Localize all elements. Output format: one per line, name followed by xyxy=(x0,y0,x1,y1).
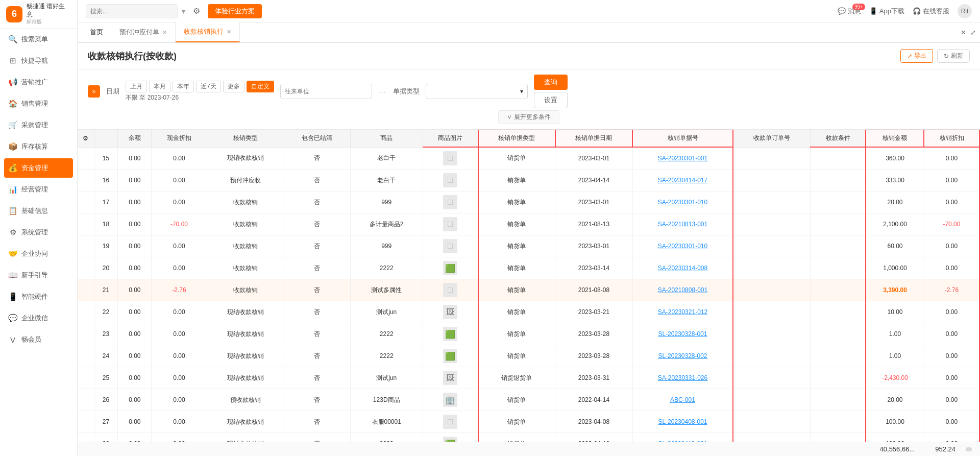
page-content: 收款核销执行(按收款) ↗ 导出 ↻ 刷新 » 日期 上月 xyxy=(78,43,980,456)
industry-solution-button[interactable]: 体验行业方案 xyxy=(208,4,262,18)
tab-receivable[interactable]: 收款核销执行 ✕ xyxy=(176,22,240,42)
td-include-settled: 否 xyxy=(284,345,350,367)
td-cancel-discount: 0.00 xyxy=(924,345,979,367)
doc-type-select[interactable]: ▾ xyxy=(426,84,528,99)
table-row: 27 0.00 0.00 现结收款核销 否 衣服00001 □ 销货单 2023… xyxy=(78,411,979,433)
total-amount: 40,556,66... xyxy=(880,445,915,453)
sidebar-item-wechat[interactable]: 💬 企业微信 xyxy=(0,307,77,329)
td-seq: 20 xyxy=(94,257,118,279)
user-avatar[interactable]: Rit xyxy=(958,4,972,18)
date-custom[interactable]: 自定义 xyxy=(247,81,274,92)
td-cancel-amount: 1.00 xyxy=(866,345,924,367)
td-gear xyxy=(78,323,94,345)
sidebar-item-search[interactable]: 🔍 搜索菜单 xyxy=(0,29,77,50)
table-row: 26 0.00 0.00 预收款核销 否 123D商品 🏢 销货单 2022-0… xyxy=(78,389,979,411)
search-input[interactable] xyxy=(86,4,178,18)
td-cash-discount: 0.00 xyxy=(152,257,207,279)
td-receipt-condition xyxy=(811,433,866,442)
sidebar-item-quick-nav[interactable]: ⊞ 快捷导航 xyxy=(0,50,77,71)
message-button[interactable]: 💬 消息 99+ xyxy=(838,7,861,16)
date-last-month[interactable]: 上月 xyxy=(126,81,147,92)
cancel-no-link[interactable]: SA-20230301-010 xyxy=(658,243,707,250)
cancel-no-link[interactable]: SA-20230321-012 xyxy=(658,308,707,316)
cancel-no-link[interactable]: SA-20230301-010 xyxy=(658,199,707,206)
sidebar-item-inventory[interactable]: 📦 库存核算 xyxy=(0,136,77,157)
h-scrollbar[interactable] xyxy=(966,447,972,451)
app-download-button[interactable]: 📱 App下载 xyxy=(869,7,904,16)
cancel-no-link[interactable]: SA-20210808-001 xyxy=(658,286,707,294)
td-cancel-date: 2023-03-28 xyxy=(555,345,632,367)
td-cancel-type: 现结收款核销 xyxy=(207,367,284,389)
sidebar-label-purchase: 采购管理 xyxy=(21,121,48,130)
td-cancel-no: SA-20230314-008 xyxy=(632,257,733,279)
cancel-no-link[interactable]: SA-20230301-001 xyxy=(658,155,707,162)
td-cancel-amount: 100.00 xyxy=(866,411,924,433)
sidebar-item-sales[interactable]: 🏠 销售管理 xyxy=(0,93,77,114)
cancel-no-link[interactable]: SL-20230328-001 xyxy=(658,330,707,338)
partner-dots[interactable]: ··· xyxy=(378,88,387,95)
sidebar-item-smart-hardware[interactable]: 📱 智能硬件 xyxy=(0,286,77,307)
td-product-img: 🟩 xyxy=(423,345,478,367)
partner-input[interactable] xyxy=(280,84,372,99)
tab-prepay-close[interactable]: ✕ xyxy=(162,29,167,36)
td-cancel-discount: 0.00 xyxy=(924,367,979,389)
wechat-icon: 💬 xyxy=(8,314,17,323)
cancel-no-link[interactable]: SA-20210813-001 xyxy=(658,221,707,228)
td-receipt-condition xyxy=(811,301,866,323)
td-product-img: 🖼 xyxy=(423,301,478,323)
tab-home[interactable]: 首页 xyxy=(82,22,111,42)
logo-text: 畅捷通 谱好生意 标准版 xyxy=(27,3,71,26)
sidebar-item-member[interactable]: V 畅会员 xyxy=(0,329,77,350)
sidebar-item-system[interactable]: ⚙ 系统管理 xyxy=(0,222,77,243)
cancel-no-link[interactable]: SL-20230408-001 xyxy=(658,418,707,425)
filter-expand-button[interactable]: » xyxy=(88,85,100,98)
sidebar-item-guide[interactable]: 📖 新手引导 xyxy=(0,265,77,286)
dropdown-chevron[interactable]: ▾ xyxy=(182,7,185,15)
td-cancel-type: 收款核销 xyxy=(207,279,284,301)
sidebar-item-enterprise[interactable]: 🤝 企业协同 xyxy=(0,243,77,265)
td-product: 2222 xyxy=(350,323,423,345)
td-receipt-order-no xyxy=(733,257,810,279)
td-cash-discount: 0.00 xyxy=(152,323,207,345)
td-receipt-condition xyxy=(811,257,866,279)
expand-more-button[interactable]: ∨ 展开更多条件 xyxy=(498,110,559,124)
date-this-year[interactable]: 本年 xyxy=(173,81,194,92)
expand-icon[interactable]: ⤢ xyxy=(970,29,976,36)
cancel-no-link[interactable]: ABC-001 xyxy=(670,396,695,403)
date-7-days[interactable]: 近7天 xyxy=(196,81,221,92)
cancel-no-link[interactable]: SA-20230314-008 xyxy=(658,265,707,272)
export-button[interactable]: ↗ 导出 xyxy=(900,49,933,63)
product-image: 🟩 xyxy=(443,327,457,341)
close-all-icon[interactable]: ✕ xyxy=(961,29,966,36)
td-balance: 0.00 xyxy=(118,170,152,191)
online-service-button[interactable]: 🎧 在线客服 xyxy=(913,7,949,16)
date-more[interactable]: 更多 xyxy=(223,81,244,92)
enterprise-icon: 🤝 xyxy=(8,249,17,258)
td-cancel-type: 现结收款核销 xyxy=(207,411,284,433)
cancel-no-link[interactable]: SA-20230414-017 xyxy=(658,177,707,184)
sidebar-label-system: 系统管理 xyxy=(21,228,48,237)
sidebar-item-basic-info[interactable]: 📋 基础信息 xyxy=(0,200,77,222)
td-product: 多计量商品2 xyxy=(350,213,423,235)
sidebar-item-purchase[interactable]: 🛒 采购管理 xyxy=(0,114,77,136)
query-button[interactable]: 查询 xyxy=(534,75,568,90)
table-body: 15 0.00 0.00 现销收款核销 否 老白干 □ 销货单 2023-03-… xyxy=(78,147,979,442)
td-cancel-amount: 333.00 xyxy=(866,170,924,191)
table-row: 23 0.00 0.00 现结收款核销 否 2222 🟩 销货单 2023-03… xyxy=(78,323,979,345)
filter-settings-button[interactable]: 设置 xyxy=(534,92,568,108)
td-balance: 0.00 xyxy=(118,279,152,301)
sidebar-item-operations[interactable]: 📊 经营管理 xyxy=(0,179,77,200)
settings-gear-icon[interactable]: ⚙ xyxy=(189,4,204,18)
product-image: □ xyxy=(443,217,457,231)
tab-prepay[interactable]: 预付冲应付单 ✕ xyxy=(111,22,176,42)
date-this-month[interactable]: 本月 xyxy=(149,81,170,92)
sidebar-item-finance[interactable]: 💰 资金管理 xyxy=(4,158,73,178)
data-table-container: ⚙ 余额 现金折扣 核销类型 包含已结清 商品 商品图片 核销单据类型 核销单据… xyxy=(78,130,980,442)
cancel-no-link[interactable]: SA-20230331-026 xyxy=(658,374,707,381)
tab-receivable-close[interactable]: ✕ xyxy=(227,29,231,35)
sidebar-item-marketing[interactable]: 📢 营销推广 xyxy=(0,71,77,93)
refresh-button[interactable]: ↻ 刷新 xyxy=(937,49,970,63)
th-gear[interactable]: ⚙ xyxy=(78,130,94,147)
cancel-no-link[interactable]: SL-20230328-002 xyxy=(658,352,707,359)
td-cash-discount: 0.00 xyxy=(152,301,207,323)
